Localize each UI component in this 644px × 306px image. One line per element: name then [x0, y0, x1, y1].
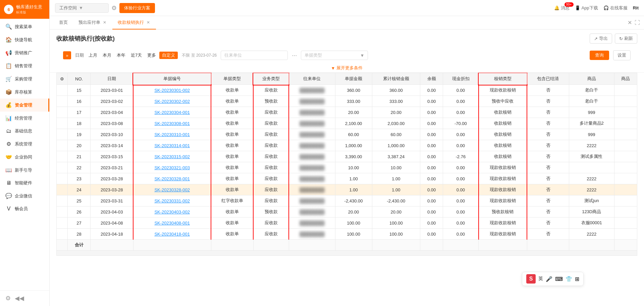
settings-icon[interactable]: ⚙ [5, 295, 11, 302]
cell-bill-type: 收款单 [211, 218, 253, 229]
sidebar-item-purchase[interactable]: 🛒 采购管理 [0, 72, 49, 85]
bill-no-link[interactable]: SK-20230308-001 [154, 121, 190, 126]
bill-no-link[interactable]: SK-20230321-003 [154, 165, 190, 170]
grid-icon[interactable]: ⊞ [575, 276, 579, 282]
sidebar-item-guide[interactable]: 📖 新手引导 [0, 164, 49, 177]
cell-cash-discount: 0.00 [443, 85, 479, 96]
refresh-button[interactable]: ↻ 刷新 [615, 34, 637, 44]
last-7days-btn[interactable]: 近7天 [129, 52, 144, 59]
more-filters-icon[interactable]: ··· [292, 52, 297, 59]
sidebar-item-weixin[interactable]: 💬 企业微信 [0, 189, 49, 202]
total-cell [527, 240, 569, 251]
mic-icon[interactable]: 🎤 [546, 276, 552, 282]
cell-writeoff-type: 现款收款核销 [479, 162, 527, 173]
cell-bill-no[interactable]: SK-20230314-001 [133, 140, 211, 151]
cell-bill-no[interactable]: SK-20230308-001 [133, 118, 211, 129]
custom-date-btn[interactable]: 自定义 [159, 52, 178, 59]
cell-product-img [614, 162, 637, 173]
cell-product [569, 162, 614, 173]
sidebar-item-shortcut[interactable]: 🏠 快捷导航 [0, 33, 49, 46]
sidebar-item-sales[interactable]: 📋 销售管理 [0, 59, 49, 72]
setting-button[interactable]: 设置 [613, 50, 631, 60]
cell-bill-amount: 10.00 [335, 162, 372, 173]
counterpart-input[interactable]: 往来单位 [221, 51, 288, 60]
cell-bill-no[interactable]: SK-20230403-002 [133, 206, 211, 218]
sidebar-item-operation[interactable]: 📊 经营管理 [0, 112, 49, 125]
sogou-icon: S [526, 274, 536, 284]
cell-bill-no[interactable]: SK-20230328-001 [133, 173, 211, 184]
tab-payable[interactable]: 预出应付单 ✕ [73, 16, 112, 29]
sidebar-item-member[interactable]: V 畅会员 [0, 202, 49, 215]
cell-bill-no[interactable]: SK-20230331-002 [133, 195, 211, 206]
tab-payable-close[interactable]: ✕ [102, 19, 107, 25]
cell-cash-discount: 0.00 [443, 96, 479, 107]
tab-receipt-exec-close[interactable]: ✕ [146, 19, 151, 25]
bill-no-link[interactable]: SK-20230403-002 [154, 209, 190, 215]
online-service-button[interactable]: 🎧 在线客服 [603, 5, 628, 11]
cell-no-icon [57, 118, 68, 129]
cell-bill-no[interactable]: SK-20230418-001 [133, 229, 211, 240]
query-button[interactable]: 查询 [590, 51, 609, 60]
shirt-icon[interactable]: 👕 [566, 276, 572, 282]
last-month-btn[interactable]: 上月 [87, 52, 99, 59]
app-version: 标准版 [16, 10, 42, 14]
cell-cash-discount: -70.00 [443, 118, 479, 129]
sidebar-item-search[interactable]: 🔍 搜索菜单 [0, 20, 49, 33]
collapse-icon[interactable]: ◀◀ [15, 295, 24, 302]
sidebar-item-inventory[interactable]: 📦 库存核算 [0, 85, 49, 99]
cell-bill-no[interactable]: SK-20230321-003 [133, 162, 211, 173]
sidebar-item-corp[interactable]: 🤝 企业协同 [0, 150, 49, 164]
cell-bill-no[interactable]: SK-20230315-002 [133, 151, 211, 162]
bill-no-link[interactable]: SK-20230408-001 [154, 221, 190, 226]
industry-solution-button[interactable]: 体验行业方案 [119, 3, 155, 13]
cell-bill-no[interactable]: SK-20230301-002 [133, 85, 211, 96]
close-tab-icon[interactable]: ✕ [628, 19, 632, 26]
settings-gear-icon[interactable]: ⚙ [111, 4, 117, 12]
cell-cash-discount: 0.00 [443, 206, 479, 218]
filter-toggle-button[interactable]: » [63, 51, 71, 59]
sidebar-item-label: 营销推广 [15, 50, 32, 56]
bill-no-link[interactable]: SK-20230302-002 [154, 99, 190, 104]
col-setting[interactable]: ⚙ [57, 73, 68, 85]
expand-more-conditions-button[interactable]: ▼ 展开更多条件 [331, 65, 363, 71]
bill-no-link[interactable]: SK-20230418-001 [154, 232, 190, 237]
sidebar-item-system[interactable]: ⚙ 系统管理 [0, 137, 49, 150]
bill-no-link[interactable]: SK-20230301-002 [154, 88, 190, 93]
keyboard-icon[interactable]: ⌨ [555, 276, 563, 282]
cell-balance: 0.00 [420, 107, 443, 118]
app-download-button[interactable]: 📱 App下载 [575, 5, 598, 11]
bill-no-link[interactable]: SK-20230328-002 [154, 187, 190, 192]
user-profile[interactable]: Rit [633, 5, 639, 10]
workspace-selector[interactable]: 工作空间 ▼ [55, 3, 109, 13]
tab-home[interactable]: 首页 [54, 16, 73, 29]
bill-no-link[interactable]: SK-20230331-002 [154, 198, 190, 203]
this-year-btn[interactable]: 本年 [115, 52, 127, 59]
maximize-icon[interactable]: ⛶ [635, 20, 640, 26]
cell-bill-type: 收款单 [211, 129, 253, 140]
sidebar-item-finance[interactable]: 💰 资金管理 [0, 99, 49, 112]
cell-bill-no[interactable]: SK-20230310-001 [133, 129, 211, 140]
cell-bill-no[interactable]: SK-20230304-001 [133, 107, 211, 118]
bill-type-select[interactable]: 单据类型 ▼ [301, 51, 368, 60]
total-cell [289, 240, 335, 251]
tab-receipt-exec[interactable]: 收款核销执行 ✕ [112, 16, 156, 29]
bill-no-link[interactable]: SK-20230310-001 [154, 132, 190, 137]
horizontal-scrollbar[interactable] [57, 251, 637, 256]
bill-no-link[interactable]: SK-20230314-001 [154, 143, 190, 148]
col-cash-discount: 现金折扣 [443, 73, 479, 85]
total-cell [57, 240, 68, 251]
cell-bill-no[interactable]: SK-20230408-001 [133, 218, 211, 229]
cell-bill-no[interactable]: SK-20230302-002 [133, 96, 211, 107]
more-date-btn[interactable]: 更多 [145, 52, 158, 59]
cell-bill-no[interactable]: SK-20230328-002 [133, 184, 211, 195]
cell-balance: 0.00 [420, 85, 443, 96]
this-month-btn[interactable]: 本月 [101, 52, 113, 59]
bill-no-link[interactable]: SK-20230315-002 [154, 154, 190, 159]
bill-no-link[interactable]: SK-20230328-001 [154, 176, 190, 181]
bill-no-link[interactable]: SK-20230304-001 [154, 110, 190, 115]
message-button[interactable]: 🔔 消息 99+ [554, 5, 570, 11]
sidebar-item-marketing[interactable]: 📢 营销推广 [0, 46, 49, 59]
export-button[interactable]: ↗ 导出 [590, 34, 612, 44]
sidebar-item-hardware[interactable]: 🖥 智能硬件 [0, 177, 49, 189]
sidebar-item-base[interactable]: 🗂 基础信息 [0, 125, 49, 137]
